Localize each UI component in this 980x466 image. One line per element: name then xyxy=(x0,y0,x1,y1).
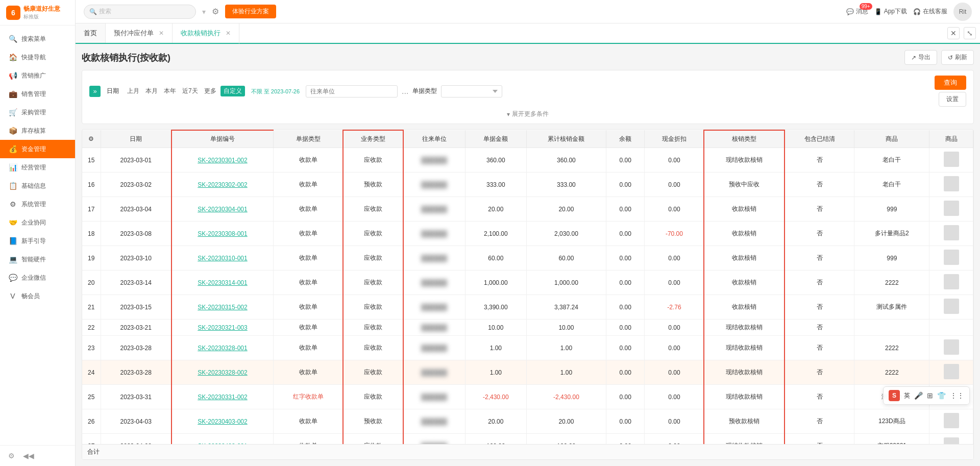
table-row: 21 2023-03-15 SK-20230315-002 收款单 应收款 ██… xyxy=(82,295,973,320)
cell-date: 2023-03-28 xyxy=(101,360,172,385)
cell-docno[interactable]: SK-20230304-001 xyxy=(172,197,273,222)
sidebar-item-企业微信[interactable]: 💬企业微信 xyxy=(0,268,75,287)
cell-docno[interactable]: SK-20230403-002 xyxy=(172,409,273,434)
cell-no: 20 xyxy=(82,271,101,295)
nav-label: 基础信息 xyxy=(21,182,46,190)
sidebar-item-营销推广[interactable]: 📢营销推广 xyxy=(0,66,75,85)
sidebar-item-资金管理[interactable]: 💰资金管理 xyxy=(0,140,75,158)
close-tab-btn[interactable]: ✕ xyxy=(947,27,960,39)
ime-more-icon[interactable]: ⋮⋮ xyxy=(950,391,964,400)
tab-close-btn[interactable]: ✕ xyxy=(159,30,164,37)
ime-shirt-icon[interactable]: 👕 xyxy=(937,391,946,400)
app-download[interactable]: 📱 App下载 xyxy=(874,7,907,16)
date-btn-last-month[interactable]: 上月 xyxy=(125,86,141,96)
table-scroll[interactable]: ⚙ 日期 单据编号 单据类型 业务类型 往来单位 单据金额 累计核销金额 余额 … xyxy=(82,130,973,444)
cell-balance: 0.00 xyxy=(606,197,644,222)
col-inclsettled: 包含已结清 xyxy=(785,130,854,148)
topbar-settings-icon[interactable]: ⚙ xyxy=(212,7,219,16)
cell-cashdiscount: -2.76 xyxy=(645,295,704,320)
query-btn[interactable]: 查询 xyxy=(935,76,966,90)
tab-收款核销执行[interactable]: 收款核销执行✕ xyxy=(173,23,239,44)
tab-close-btn[interactable]: ✕ xyxy=(226,30,231,37)
cell-biztype: 应收款 xyxy=(343,295,403,320)
col-biztype: 业务类型 xyxy=(343,130,403,148)
table-row: 23 2023-03-28 SK-20230328-001 收款单 应收款 ██… xyxy=(82,336,973,360)
sidebar-item-智能硬件[interactable]: 💻智能硬件 xyxy=(0,250,75,268)
sidebar-item-库存核算[interactable]: 📦库存核算 xyxy=(0,121,75,140)
notification-area[interactable]: 💬 消息 99+ xyxy=(846,7,868,16)
table-row: 20 2023-03-14 SK-20230314-001 收款单 应收款 ██… xyxy=(82,271,973,295)
filter-settings-btn[interactable]: 设置 xyxy=(939,92,966,107)
collapse-icon[interactable]: ◀◀ xyxy=(23,452,34,460)
cell-date: 2023-03-10 xyxy=(101,246,172,271)
cell-docno[interactable]: SK-20230310-001 xyxy=(172,246,273,271)
sidebar-item-基础信息[interactable]: 📋基础信息 xyxy=(0,177,75,195)
cell-doctype: 收款单 xyxy=(273,336,343,360)
user-avatar[interactable]: Rit xyxy=(953,3,972,21)
sidebar-item-系统管理[interactable]: ⚙系统管理 xyxy=(0,195,75,213)
expand-more-row[interactable]: ▾ 展开更多条件 xyxy=(89,110,966,118)
cell-docamount: 1.00 xyxy=(465,360,526,385)
sidebar-item-新手引导[interactable]: 📘新手引导 xyxy=(0,232,75,250)
cell-date: 2023-03-21 xyxy=(101,320,172,336)
industry-btn[interactable]: 体验行业方案 xyxy=(225,5,276,18)
cell-docno[interactable]: SK-20230308-001 xyxy=(172,222,273,246)
sidebar-item-企业协同[interactable]: 🤝企业协同 xyxy=(0,213,75,232)
cell-partner: ██████ xyxy=(403,271,465,295)
cell-docno[interactable]: SK-20230315-002 xyxy=(172,295,273,320)
online-service[interactable]: 🎧 在线客服 xyxy=(913,7,947,16)
cell-docno[interactable]: SK-20230328-002 xyxy=(172,360,273,385)
cell-docno[interactable]: SK-20230314-001 xyxy=(172,271,273,295)
receipt-type-select[interactable] xyxy=(441,85,502,97)
cell-no: 26 xyxy=(82,409,101,434)
date-btn-this-year[interactable]: 本年 xyxy=(162,86,178,96)
nav-icon: 💼 xyxy=(8,89,17,99)
filter-bar: » 日期 上月 本月 本年 近7天 更多 自定义 不限 至 2023-07-26… xyxy=(82,70,974,124)
tab-首页[interactable]: 首页 xyxy=(76,23,106,43)
cell-goods-thumb xyxy=(929,295,973,320)
cell-biztype: 应收款 xyxy=(343,246,403,271)
phone-icon: 📱 xyxy=(874,8,882,15)
export-btn[interactable]: ↗ 导出 xyxy=(904,50,937,65)
refresh-btn[interactable]: ↺ 刷新 xyxy=(941,50,974,65)
nav-label: 资金管理 xyxy=(21,145,46,154)
cell-no: 21 xyxy=(82,295,101,320)
sidebar-item-搜索菜单[interactable]: 🔍搜索菜单 xyxy=(0,30,75,48)
filter-toggle-btn[interactable]: » xyxy=(89,86,101,97)
dropdown-icon[interactable]: ▾ xyxy=(202,8,206,16)
settings-bottom-icon[interactable]: ⚙ xyxy=(8,452,15,460)
cell-cashdiscount: 0.00 xyxy=(645,173,704,197)
date-btn-custom[interactable]: 自定义 xyxy=(220,86,245,96)
goods-thumbnail xyxy=(944,152,959,167)
cell-docno[interactable]: SK-20230331-002 xyxy=(172,385,273,409)
date-btn-this-month[interactable]: 本月 xyxy=(143,86,160,96)
cell-goods-thumb xyxy=(929,360,973,385)
cell-partner: ██████ xyxy=(403,434,465,445)
cell-docno[interactable]: SK-20230408-001 xyxy=(172,434,273,445)
headset-icon: 🎧 xyxy=(913,8,921,15)
sidebar-item-畅会员[interactable]: V畅会员 xyxy=(0,287,75,305)
cell-docno[interactable]: SK-20230301-002 xyxy=(172,148,273,173)
sidebar-item-销售管理[interactable]: 💼销售管理 xyxy=(0,85,75,103)
sidebar-item-采购管理[interactable]: 🛒采购管理 xyxy=(0,103,75,121)
ime-mic-icon[interactable]: 🎤 xyxy=(914,391,923,400)
cell-docamount: 20.00 xyxy=(465,409,526,434)
more-filter-dots[interactable]: ... xyxy=(402,87,408,96)
cell-docno[interactable]: SK-20230302-002 xyxy=(172,173,273,197)
expand-tab-btn[interactable]: ⤡ xyxy=(964,27,976,39)
date-btn-more[interactable]: 更多 xyxy=(202,86,218,96)
partner-input[interactable] xyxy=(306,85,398,97)
cell-docno[interactable]: SK-20230321-003 xyxy=(172,320,273,336)
tab-预付冲应付单[interactable]: 预付冲应付单✕ xyxy=(106,23,173,43)
cell-docamount: 10.00 xyxy=(465,320,526,336)
cell-date: 2023-03-02 xyxy=(101,173,172,197)
nav-label: 企业微信 xyxy=(21,274,46,282)
sidebar-item-经营管理[interactable]: 📊经营管理 xyxy=(0,158,75,177)
cell-docno[interactable]: SK-20230328-001 xyxy=(172,336,273,360)
sidebar-item-快捷导航[interactable]: 🏠快捷导航 xyxy=(0,48,75,66)
cell-balance: 0.00 xyxy=(606,271,644,295)
ime-grid-icon[interactable]: ⊞ xyxy=(927,391,933,400)
cell-partner: ██████ xyxy=(403,246,465,271)
date-btn-7days[interactable]: 近7天 xyxy=(180,86,200,96)
nav-icon: 📘 xyxy=(8,236,17,246)
